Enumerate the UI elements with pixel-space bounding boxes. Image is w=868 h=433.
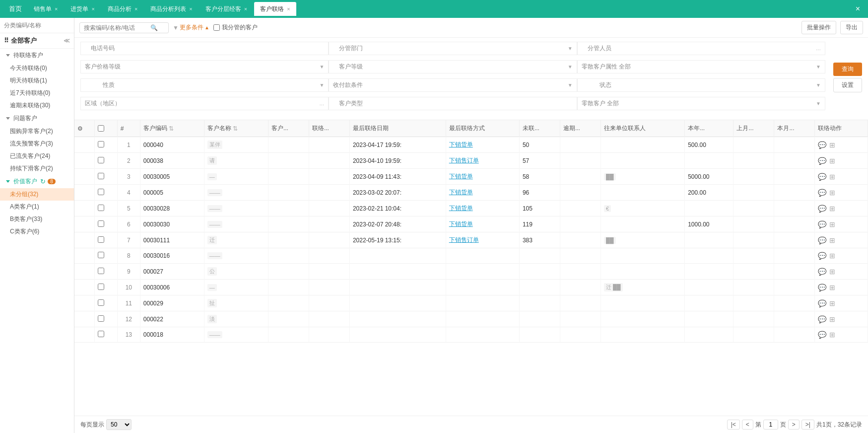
sidebar-item-ungroup[interactable]: 未分组(32) [0, 188, 74, 201]
filter-payment-input[interactable] [366, 82, 564, 89]
filter-price-level-input[interactable] [124, 64, 316, 71]
person-dropdown-icon[interactable]: … [816, 46, 821, 51]
td-last-way[interactable] [446, 311, 519, 327]
td-last-way[interactable] [446, 248, 519, 264]
payment-dropdown[interactable]: ▼ [568, 82, 573, 88]
sidebar-item-tomorrow[interactable]: 明天待联络(1) [0, 74, 74, 87]
sidebar-item-churned[interactable]: 已流失客户(24) [0, 150, 74, 162]
td-last-way[interactable] [446, 280, 519, 295]
chat-action-icon[interactable]: 💬 [818, 315, 826, 323]
th-last-date[interactable]: 最后联络日期 [349, 120, 446, 137]
grid-action-icon[interactable]: ⊞ [829, 189, 835, 197]
th-last-month[interactable]: 上月... [734, 120, 774, 137]
sidebar-item-declining[interactable]: 持续下滑客户(2) [0, 162, 74, 175]
chat-action-icon[interactable]: 💬 [818, 173, 826, 181]
td-last-way[interactable]: 下销货单 [446, 216, 519, 232]
th-contact-person[interactable]: 往来单位联系人 [601, 120, 684, 137]
sidebar-item-class-c[interactable]: C类客户(6) [0, 225, 74, 238]
row-checkbox[interactable] [98, 220, 104, 227]
filter-person-input[interactable] [614, 45, 813, 52]
close-analysis-list-tab[interactable]: × [189, 6, 192, 12]
th-type[interactable]: 客户... [268, 120, 309, 137]
chat-action-icon[interactable]: 💬 [818, 220, 826, 228]
status-dropdown[interactable]: ▼ [816, 82, 821, 88]
query-btn[interactable]: 查询 [833, 63, 862, 76]
td-last-way[interactable]: 下销售订单 [446, 232, 519, 248]
td-check[interactable] [95, 169, 117, 185]
td-check[interactable] [95, 232, 117, 248]
close-all-btn[interactable]: × [852, 4, 864, 13]
last-page-btn[interactable]: >| [801, 420, 814, 430]
td-last-way[interactable]: 下销售订单 [446, 153, 519, 169]
row-checkbox[interactable] [98, 205, 104, 211]
chat-action-icon[interactable]: 💬 [818, 299, 826, 307]
price-level-dropdown[interactable]: ▼ [319, 64, 324, 70]
filter-more-btn[interactable]: ▼ 更多条件 ▲ [173, 23, 209, 32]
chat-action-icon[interactable]: 💬 [818, 252, 826, 260]
grid-action-icon[interactable]: ⊞ [829, 268, 835, 276]
nav-home[interactable]: 首页 [4, 4, 27, 13]
filter-nature-input[interactable] [118, 82, 316, 89]
filter-customer-level-input[interactable] [366, 64, 564, 71]
chat-action-icon[interactable]: 💬 [818, 189, 826, 197]
row-checkbox[interactable] [98, 331, 104, 337]
filter-status-input[interactable] [614, 82, 813, 89]
chat-action-icon[interactable]: 💬 [818, 205, 826, 213]
th-contact[interactable]: 联络... [309, 120, 349, 137]
grid-action-icon[interactable]: ⊞ [829, 157, 835, 165]
sidebar-search-input[interactable] [4, 22, 74, 29]
td-last-way[interactable] [446, 295, 519, 311]
td-last-way[interactable]: 下销货单 [446, 137, 519, 153]
pending-contact-group[interactable]: 待联络客户 [0, 49, 74, 62]
grid-action-icon[interactable]: ⊞ [829, 236, 835, 244]
filter-search-input[interactable] [84, 24, 148, 31]
close-sales-tab[interactable]: × [55, 6, 58, 12]
chat-action-icon[interactable]: 💬 [818, 331, 826, 339]
nav-tab-sales[interactable]: 销售单 × [28, 2, 64, 16]
grid-action-icon[interactable]: ⊞ [829, 141, 835, 149]
nav-tab-purchase[interactable]: 进货单 × [65, 2, 100, 16]
sidebar-item-abnormal[interactable]: 囤购异常客户(2) [0, 125, 74, 138]
export-btn[interactable]: 导出 [840, 21, 863, 34]
td-last-way[interactable]: 下销货单 [446, 169, 519, 185]
th-settings[interactable]: ⚙ [74, 120, 95, 137]
refresh-icon[interactable]: ↻ [40, 178, 46, 185]
grid-action-icon[interactable]: ⊞ [829, 252, 835, 260]
nav-tab-customer-contact[interactable]: 客户联络 × [254, 2, 296, 16]
sidebar-item-7days[interactable]: 近7天待联络(0) [0, 87, 74, 99]
row-checkbox[interactable] [98, 157, 104, 163]
nav-tab-analysis[interactable]: 商品分析 × [102, 2, 143, 16]
row-checkbox[interactable] [98, 268, 104, 274]
my-customers-checkbox[interactable] [213, 24, 220, 31]
close-purchase-tab[interactable]: × [91, 6, 94, 12]
td-check[interactable] [95, 137, 117, 153]
th-overdue[interactable]: 逾期... [560, 120, 601, 137]
select-all-checkbox[interactable] [98, 125, 104, 132]
filter-attr-input[interactable] [634, 64, 813, 71]
prev-page-btn[interactable]: < [742, 420, 753, 430]
filter-region-input[interactable] [124, 100, 316, 107]
grid-action-icon[interactable]: ⊞ [829, 173, 835, 181]
next-page-btn[interactable]: > [788, 420, 800, 430]
close-analysis-tab[interactable]: × [134, 6, 137, 12]
chat-action-icon[interactable]: 💬 [818, 141, 826, 149]
nav-tab-customer-segment[interactable]: 客户分层经客 × [200, 2, 253, 16]
first-page-btn[interactable]: |< [727, 420, 740, 430]
row-checkbox[interactable] [98, 141, 104, 147]
all-customers-header[interactable]: ⠿ 全部客户 ≪ [0, 33, 74, 49]
grid-action-icon[interactable]: ⊞ [829, 299, 835, 307]
problem-customer-group[interactable]: 问题客户 [0, 112, 74, 125]
filter-phone-input[interactable] [118, 45, 324, 52]
row-checkbox[interactable] [98, 173, 104, 179]
row-checkbox[interactable] [98, 284, 104, 290]
close-contact-tab[interactable]: × [287, 6, 290, 12]
filter-search-icon[interactable]: 🔍 [150, 24, 158, 31]
nav-tab-analysis-list[interactable]: 商品分析列表 × [144, 2, 198, 16]
grid-action-icon[interactable]: ⊞ [829, 205, 835, 213]
grid-action-icon[interactable]: ⊞ [829, 315, 835, 323]
td-last-way[interactable]: 下销货单 [446, 201, 519, 216]
grid-action-icon[interactable]: ⊞ [829, 284, 835, 291]
filter-dept-input[interactable] [366, 45, 564, 52]
sidebar-item-today[interactable]: 今天待联络(0) [0, 62, 74, 74]
td-check[interactable] [95, 201, 117, 216]
